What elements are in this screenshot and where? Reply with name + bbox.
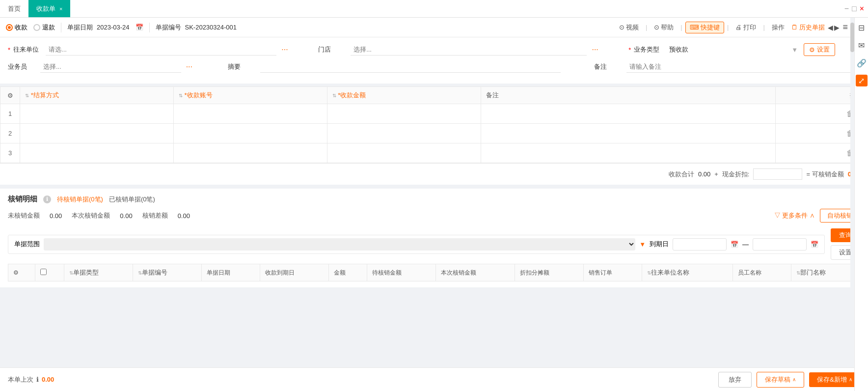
history-icon: 🗒	[791, 24, 798, 31]
store-label: 门店	[318, 45, 348, 54]
sidebar-expand-icon[interactable]: ⤢	[856, 75, 868, 86]
receipt-radio[interactable]: 收款	[6, 23, 27, 32]
salesperson-more-btn[interactable]: ···	[184, 62, 194, 71]
end-date-input[interactable]: 2022-04-12	[753, 238, 807, 251]
operation-btn[interactable]: 操作	[768, 22, 788, 33]
list-view-icon[interactable]: ≡	[842, 22, 848, 32]
save-draft-btn[interactable]: 保存草稿 ∧	[757, 372, 804, 388]
discard-btn[interactable]: 放弃	[718, 372, 752, 388]
start-date-input[interactable]: 2022-04-01	[673, 238, 727, 251]
note-3[interactable]	[481, 143, 775, 163]
bth-doc-date: 单据日期	[201, 264, 260, 281]
counterpart-more-btn[interactable]: ···	[279, 45, 290, 54]
discount-input[interactable]	[753, 168, 802, 180]
bth-sales-order: 销售订单	[583, 264, 642, 281]
more-conditions-btn[interactable]: ▽ 更多条件 ∧	[774, 211, 815, 220]
account-no-1[interactable]	[173, 104, 327, 124]
counterpart-input[interactable]	[46, 44, 276, 56]
select-all-checkbox[interactable]	[40, 269, 47, 275]
sidebar-link-icon[interactable]: 🔗	[856, 57, 868, 69]
store-input[interactable]	[351, 44, 587, 56]
calendar-end-icon[interactable]: 📅	[811, 241, 818, 248]
range-dropdown-icon[interactable]: ▼	[639, 241, 646, 248]
bth-dept: ⇅部门名称	[791, 264, 860, 281]
info-icon-footer[interactable]: ℹ	[36, 376, 39, 383]
writeoff-header: 核销明细 ℹ 待核销单据(0笔) 已核销单据(0笔)	[8, 195, 860, 204]
table-gear-header[interactable]: ⚙	[0, 87, 20, 104]
prev-arrow[interactable]: ◀	[828, 24, 833, 31]
table-row: 3 🗑 ⧉	[0, 143, 868, 163]
salesperson-input[interactable]	[40, 61, 181, 73]
tab-receipt[interactable]: 收款单 ×	[28, 0, 70, 17]
sidebar-table-icon[interactable]: ⊟	[856, 22, 868, 33]
unwritten-value: 0.00	[50, 212, 62, 220]
done-link[interactable]: 已核销单据(0笔)	[109, 195, 155, 204]
note-label: 备注	[594, 62, 624, 71]
bth-discount: 折扣分摊额	[515, 264, 583, 281]
tab-home[interactable]: 首页	[0, 0, 28, 17]
print-icon: 🖨	[735, 24, 742, 31]
settings-btn[interactable]: ⚙ 设置	[804, 43, 835, 56]
tab-bar: 首页 收款单 × − □ ×	[0, 0, 868, 18]
number-value: SK-20230324-001	[185, 24, 237, 31]
account-no-3[interactable]	[173, 143, 327, 163]
settle-method-1[interactable]	[20, 104, 174, 124]
bth-amount: 金额	[329, 264, 367, 281]
scroll-thumb[interactable]	[850, 23, 854, 52]
writeoff-title: 核销明细	[8, 195, 37, 204]
dropdown-icon[interactable]: ▼	[791, 46, 798, 54]
salesperson-field: 业务员 ···	[8, 61, 194, 73]
right-sidebar: ⊟ ✉ 🔗 ⤢	[854, 18, 868, 391]
next-arrow[interactable]: ▶	[834, 24, 840, 31]
settle-method-3[interactable]	[20, 143, 174, 163]
th-account-no: ⇅ *收款账号	[173, 87, 327, 104]
toolbar-sep1: |	[646, 24, 647, 31]
bth-pending: 待核销金额	[367, 264, 435, 281]
note-input[interactable]	[626, 61, 860, 73]
note-1[interactable]	[481, 104, 775, 124]
discount-label: 现金折扣:	[722, 170, 750, 179]
account-no-2[interactable]	[173, 124, 327, 143]
close-window-btn[interactable]: ×	[860, 4, 864, 13]
date-value: 2023-03-24	[97, 24, 130, 31]
save-new-btn[interactable]: 保存&新增 ∧	[809, 372, 860, 387]
scrollbar[interactable]	[850, 18, 854, 367]
help-btn[interactable]: ⊙ 帮助	[650, 22, 678, 33]
per-order-label: 本单上次	[8, 375, 33, 384]
receipt-table: ⚙ ⇅ *结算方式 ⇅ *收款账号 ⇅ *收款金额 备注	[0, 86, 868, 163]
settle-method-2[interactable]	[20, 124, 174, 143]
writeoff-info-icon[interactable]: ℹ	[43, 196, 51, 203]
amount-1[interactable]	[327, 104, 481, 124]
form-row-2: 业务员 ··· 摘要 备注	[8, 61, 860, 73]
note-2[interactable]	[481, 124, 775, 143]
footer-left: 本单上次 ℹ 0.00	[8, 375, 54, 384]
shortcut-btn[interactable]: ⌨ 快捷键	[685, 22, 724, 33]
calendar-start-icon[interactable]: 📅	[731, 241, 738, 248]
bth-check[interactable]	[35, 264, 64, 281]
business-type-value: 预收款	[666, 43, 788, 56]
pending-link[interactable]: 待核销单据(0笔)	[57, 195, 103, 204]
close-tab-icon[interactable]: ×	[59, 6, 62, 12]
sidebar-email-icon[interactable]: ✉	[856, 39, 868, 51]
history-btn[interactable]: 🗒 历史单据	[791, 23, 825, 32]
range-select[interactable]	[44, 238, 635, 251]
print-btn[interactable]: 🖨 打印	[732, 22, 760, 33]
toolbar-sep3: |	[727, 24, 729, 31]
return-radio[interactable]: 退款	[33, 23, 55, 32]
date-calendar-icon[interactable]: 📅	[136, 24, 143, 31]
store-more-btn[interactable]: ···	[590, 45, 600, 54]
bth-gear[interactable]: ⚙	[8, 264, 35, 281]
video-btn[interactable]: ⊙ 视频	[615, 22, 643, 33]
history-label: 历史单据	[799, 24, 825, 31]
maximize-window-btn[interactable]: □	[852, 4, 857, 13]
toolbar-sep4: |	[763, 24, 764, 31]
operation-label: 操作	[772, 23, 785, 32]
video-icon: ⊙	[619, 24, 624, 31]
summary-input[interactable]	[260, 61, 561, 73]
amount-3[interactable]	[327, 143, 481, 163]
minimize-window-btn[interactable]: −	[844, 4, 849, 13]
save-draft-label: 保存草稿	[765, 375, 790, 384]
stats-row: 未核销金额 0.00 本次核销金额 0.00 核销差额 0.00 ▽ 更多条件 …	[8, 209, 860, 223]
amount-2[interactable]	[327, 124, 481, 143]
row-num-2: 2	[0, 124, 20, 143]
